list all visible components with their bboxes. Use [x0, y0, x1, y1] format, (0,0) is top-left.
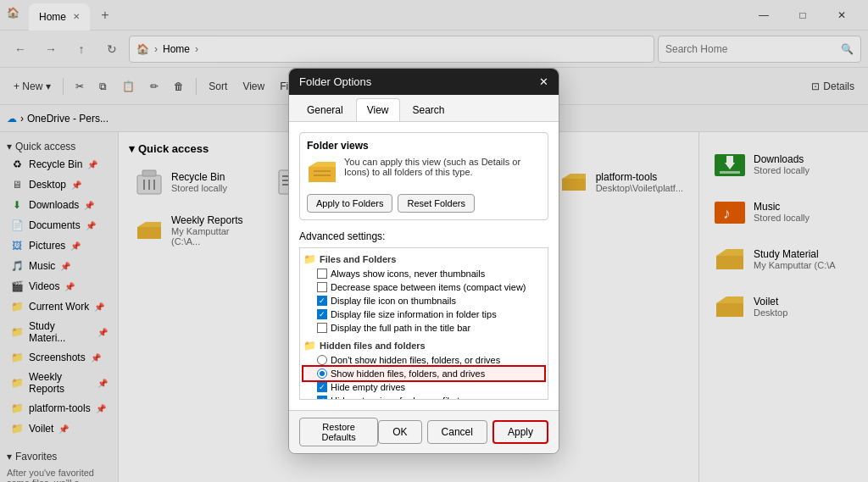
section-label: Files and Folders: [320, 254, 396, 264]
checkbox-always-icons[interactable]: [317, 269, 327, 279]
folder-icon: 📁: [303, 340, 316, 352]
folder-preview-icon: [307, 157, 337, 187]
item-label: Display the full path in the title bar: [331, 323, 470, 333]
folder-views-buttons: Apply to Folders Reset Folders: [307, 194, 541, 213]
apply-btn[interactable]: Apply: [492, 420, 548, 444]
dialog-body: Folder views You can apply this view (su…: [289, 122, 559, 410]
hidden-files-header: 📁 Hidden files and folders: [303, 338, 544, 353]
checkbox-hide-extensions[interactable]: ✓: [317, 396, 327, 400]
radio-show-hidden[interactable]: [317, 368, 327, 379]
item-label: Display file size information in folder …: [331, 309, 497, 319]
folder-options-dialog: Folder Options ✕ General View Search Fol…: [288, 68, 559, 454]
item-label: Decrease space between items (compact vi…: [331, 282, 526, 292]
svg-rect-23: [314, 175, 331, 176]
radio-dont-show[interactable]: [317, 355, 327, 365]
dialog-title-bar: Folder Options ✕: [289, 69, 559, 95]
svg-rect-22: [314, 170, 331, 172]
tree-item[interactable]: Decrease space between items (compact vi…: [303, 280, 544, 294]
tree-item[interactable]: Always show icons, never thumbnails: [303, 267, 544, 280]
files-folders-header: 📁 Files and Folders: [303, 252, 544, 267]
advanced-settings-tree[interactable]: 📁 Files and Folders Always show icons, n…: [299, 247, 548, 400]
section-label: Hidden files and folders: [320, 341, 426, 351]
item-label: Hide extensions for known file types: [331, 396, 479, 400]
folder-icon: 📁: [303, 253, 316, 265]
dialog-tabs: General View Search: [289, 95, 559, 122]
restore-defaults-btn[interactable]: Restore Defaults: [299, 418, 378, 446]
tree-item[interactable]: ✓ Hide empty drives: [303, 380, 544, 394]
folder-views-desc: You can apply this view (such as Details…: [344, 157, 541, 177]
tab-search[interactable]: Search: [402, 98, 456, 121]
tree-item[interactable]: ✓ Hide extensions for known file types: [303, 394, 544, 400]
tree-item-show-hidden[interactable]: Show hidden files, folders, and drives: [303, 367, 544, 380]
dialog-overlay: Folder Options ✕ General View Search Fol…: [0, 0, 868, 482]
item-label: Always show icons, never thumbnails: [331, 269, 485, 279]
checkbox-display-icon[interactable]: ✓: [317, 296, 327, 306]
dialog-actions: OK Cancel Apply: [378, 420, 548, 444]
tab-general[interactable]: General: [296, 98, 354, 121]
checkbox-decrease-space[interactable]: [317, 282, 327, 292]
item-label: Don't show hidden files, folders, or dri…: [331, 355, 500, 365]
cancel-btn[interactable]: Cancel: [427, 420, 487, 444]
tree-item[interactable]: Display the full path in the title bar: [303, 321, 544, 335]
item-label: Show hidden files, folders, and drives: [331, 368, 485, 379]
item-label: Hide empty drives: [331, 382, 405, 392]
files-folders-section: 📁 Files and Folders Always show icons, n…: [303, 252, 544, 335]
tree-item[interactable]: ✓ Display file size information in folde…: [303, 307, 544, 321]
tree-item[interactable]: ✓ Display file icon on thumbnails: [303, 294, 544, 307]
folder-views-content: You can apply this view (such as Details…: [307, 157, 541, 187]
dialog-close-btn[interactable]: ✕: [539, 75, 548, 88]
item-label: Display file icon on thumbnails: [331, 296, 456, 306]
folder-views-section: Folder views You can apply this view (su…: [299, 132, 548, 220]
checkbox-hide-empty[interactable]: ✓: [317, 382, 327, 392]
folder-views-title: Folder views: [307, 140, 541, 152]
hidden-files-section: 📁 Hidden files and folders Don't show hi…: [303, 338, 544, 400]
reset-folders-btn[interactable]: Reset Folders: [398, 194, 474, 213]
dialog-footer: Restore Defaults OK Cancel Apply: [289, 410, 559, 453]
checkbox-full-path[interactable]: [317, 323, 327, 333]
checkbox-display-size[interactable]: ✓: [317, 309, 327, 319]
apply-to-folders-btn[interactable]: Apply to Folders: [307, 194, 392, 213]
dialog-title: Folder Options: [299, 75, 371, 88]
tree-item[interactable]: Don't show hidden files, folders, or dri…: [303, 353, 544, 367]
advanced-settings-label: Advanced settings:: [299, 230, 548, 242]
tab-view[interactable]: View: [356, 98, 400, 121]
ok-btn[interactable]: OK: [378, 420, 421, 444]
